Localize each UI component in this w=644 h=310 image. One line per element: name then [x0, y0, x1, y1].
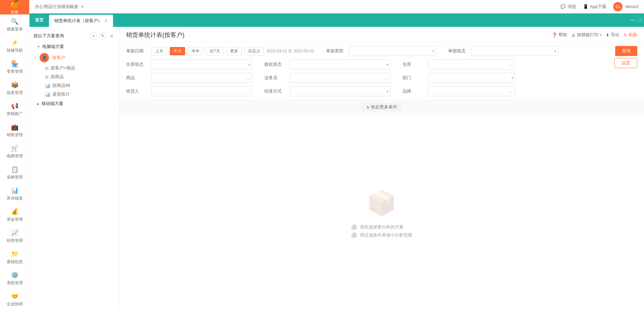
sidebar-item-sys-mgmt[interactable]: ⚙️ 系统管理	[0, 268, 30, 289]
salesperson-input-wrap: ...	[290, 73, 390, 83]
collapse-more-btn[interactable]: ∧ 收起更多条件	[361, 103, 402, 111]
empty-step-2: 2 用过滤条件来缩小分析范围	[351, 232, 412, 238]
brand-input[interactable]	[428, 86, 515, 96]
tree-group-arrow: ▼	[37, 45, 40, 49]
filter-row-3: 商品 ... 业务员 ... 部门 ▾	[126, 73, 608, 83]
date-btn-custom[interactable]: 自定义	[245, 47, 264, 55]
collapse-panel-btn[interactable]: «	[108, 33, 115, 39]
sidebar-item-retail-mgmt[interactable]: 🏪 零售管理	[0, 57, 30, 78]
edit-scheme-btn[interactable]: ✎	[99, 32, 106, 40]
tree-group-desktop-header[interactable]: ▼ 电脑端方案	[33, 42, 119, 52]
title-actions: ❓ 帮助 🖨 按模板打印 ▾ ⬇ 导出 ↻ 刷新	[552, 32, 637, 38]
tree-group-label: 电脑端方案	[42, 44, 64, 50]
tab-home[interactable]: 首页	[30, 13, 49, 27]
help-btn[interactable]: ❓ 帮助	[552, 32, 567, 38]
empty-step-1: 1 请先选择要分析的方案	[351, 224, 412, 230]
receiver-input[interactable]	[152, 86, 252, 96]
product-dots-btn[interactable]: ...	[246, 75, 250, 81]
doc-type-label: 单据类型	[326, 48, 346, 54]
empty-step-1-text: 请先选择要分析的方案	[360, 224, 404, 230]
export-btn[interactable]: ⬇ 导出	[606, 32, 620, 38]
date-range-display: 2023-03-01 至 2023-03-31	[267, 48, 314, 54]
filter-actions-wrap: 单据日期 上月 本月 本年 近7天 更多 自定义 2023-03-01 至 20…	[119, 42, 644, 100]
add-scheme-btn[interactable]: +	[90, 32, 97, 40]
grid-icon2: ⊞	[45, 74, 49, 80]
filter-row-4: 收货人 ... 结算方式 ▾ 品牌 ...	[126, 86, 608, 96]
sidebar-item-ecommerce-mgmt[interactable]: 🛒 电商管理	[0, 141, 30, 162]
doc-status-select-wrap: ▾	[471, 46, 558, 56]
sidebar-item-inventory[interactable]: 📊 库存核算	[0, 184, 30, 205]
sidebar-item-quick-nav[interactable]: ⚡ 快捷导航	[0, 36, 30, 57]
out-status-label: 出库状态	[126, 61, 146, 67]
sidebar-item-purchase-mgmt[interactable]: 📋 采购管理	[0, 162, 30, 184]
warehouse-dots-btn[interactable]: ...	[509, 62, 513, 67]
payment-status-label: 收款状态	[264, 61, 284, 67]
header-right: 💬 消息 📱 App下载 Ea demo2	[560, 2, 639, 11]
tab-maximize-btn[interactable]: □	[638, 17, 641, 23]
department-select[interactable]	[428, 73, 515, 83]
sidebar-item-business-mgmt[interactable]: 📈 经营管理	[0, 226, 30, 247]
main-area: 办公用品行业模拟账套 ▾ 💬 消息 📱 App下载 Ea demo2 首页	[30, 0, 644, 310]
tree-node-by-product[interactable]: ⊞ 按商品	[33, 72, 119, 81]
date-btn-last-month[interactable]: 上月	[152, 47, 167, 55]
date-btn-last-7-days[interactable]: 近7天	[206, 47, 224, 55]
sidebar-item-sales-mgmt[interactable]: 💼 销售管理	[0, 120, 30, 141]
template-print-btn[interactable]: 🖨 按模板打印 ▾	[571, 32, 602, 38]
refresh-btn[interactable]: ↻ 刷新	[624, 32, 637, 38]
date-btn-this-year[interactable]: 本年	[188, 47, 203, 55]
sidebar-item-finance-mgmt[interactable]: 💰 资金管理	[0, 205, 30, 226]
header-left: 办公用品行业模拟账套 ▾	[35, 4, 84, 10]
user-menu-btn[interactable]: Ea demo2	[613, 2, 639, 11]
tree-node-by-customer-product[interactable]: ⊞ 按客户+商品	[33, 64, 119, 72]
tab-sales-stat[interactable]: 销货单统计表（按客户） ✕	[49, 15, 113, 27]
purchase-mgmt-icon: 📋	[11, 166, 18, 173]
receiver-dots-btn[interactable]: ...	[246, 89, 250, 94]
date-btn-more[interactable]: 更多	[226, 47, 242, 55]
left-panel-title: 按以下方案查询	[34, 33, 64, 39]
sidebar-item-label: 系统管理	[7, 280, 23, 286]
dropdown-arrow-header[interactable]: ▾	[81, 4, 84, 9]
tree-node-by-customer[interactable]: 👤 按客户	[33, 52, 119, 64]
sidebar-item-search-menu[interactable]: 🔍 搜索菜单	[0, 14, 30, 36]
salesperson-input[interactable]	[290, 73, 390, 83]
salesperson-dots-btn[interactable]: ...	[384, 75, 388, 81]
sidebar-item-marketing[interactable]: 📢 营销推广	[0, 99, 30, 120]
app-download-btn[interactable]: 📱 App下载	[583, 4, 606, 10]
basic-info-icon: 📁	[11, 250, 18, 258]
tree-node-label: 按客户	[52, 55, 65, 61]
out-status-select[interactable]	[152, 59, 252, 69]
refresh-icon: ↻	[624, 33, 627, 38]
tree-node-return-stats[interactable]: 📊 退货统计	[33, 90, 119, 99]
doc-type-select[interactable]	[349, 46, 436, 56]
doc-type-select-wrap: ▾	[349, 46, 436, 56]
empty-state-icon: 📦	[367, 187, 397, 217]
sidebar-item-enterprise-coop[interactable]: 🤝 企业协同	[0, 289, 30, 310]
payment-status-select[interactable]	[290, 59, 390, 69]
brand-input-wrap: ...	[428, 86, 515, 96]
grid-icon: ⊞	[45, 66, 49, 71]
tab-close-btn[interactable]: ✕	[104, 18, 108, 23]
tree-node-by-product-99[interactable]: 📊 按商品99	[33, 81, 119, 90]
salesperson-label: 业务员	[264, 75, 284, 81]
query-button[interactable]: 查询	[615, 46, 637, 56]
settlement-select[interactable]	[290, 86, 390, 96]
brand-label: 品牌	[402, 88, 423, 94]
brand-dots-btn[interactable]: ...	[509, 89, 513, 94]
page-title: 销货单统计表(按客户)	[126, 31, 184, 39]
sidebar-item-wholesale-mgmt[interactable]: 📦 批发管理	[0, 78, 30, 99]
wholesale-mgmt-icon: 📦	[11, 81, 18, 89]
sidebar-item-basic-info[interactable]: 📁 基础信息	[0, 247, 30, 268]
date-btn-this-month[interactable]: 本月	[170, 47, 185, 55]
tree-group-mobile-header[interactable]: ▶ 移动端方案	[33, 99, 119, 109]
settings-button[interactable]: 设置	[614, 58, 637, 68]
tab-minimize-btn[interactable]: —	[630, 17, 635, 23]
empty-step-2-text: 用过滤条件来缩小分析范围	[360, 232, 412, 238]
active-indicator: 👤	[40, 53, 49, 62]
step-2-num: 2	[351, 232, 357, 238]
doc-status-select[interactable]	[471, 46, 558, 56]
warehouse-input[interactable]	[428, 59, 515, 69]
product-input[interactable]	[152, 73, 252, 83]
tree-node-label: 按商品	[51, 74, 64, 80]
message-btn[interactable]: 💬 消息	[560, 4, 576, 10]
receiver-label: 收货人	[126, 88, 146, 94]
